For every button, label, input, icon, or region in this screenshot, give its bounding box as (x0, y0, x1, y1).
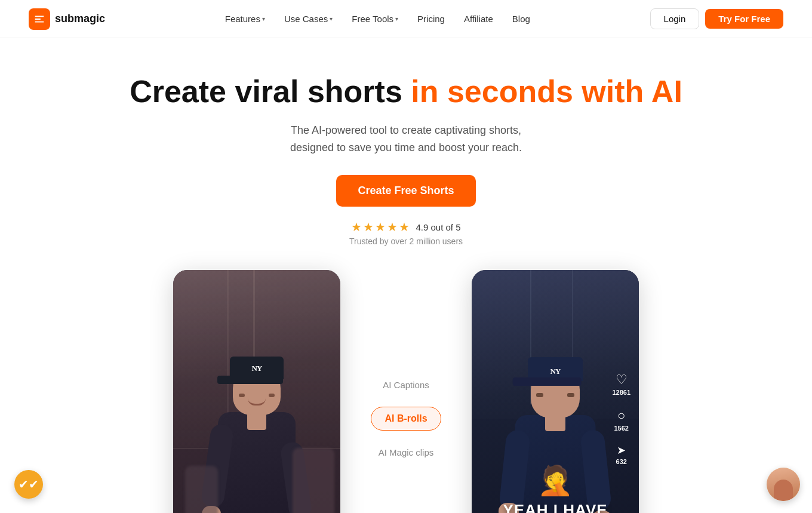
feature-ai-magic-clips[interactable]: AI Magic clips (365, 441, 447, 463)
caption-emoji: 🤦 (472, 464, 639, 497)
chat-widget-button[interactable]: ✔✔ (14, 470, 43, 499)
support-avatar[interactable] (767, 468, 800, 501)
logo-svg (33, 13, 46, 26)
chevron-down-icon: ▾ (395, 16, 398, 22)
rating-trust: Trusted by over 2 million users (14, 236, 798, 246)
hero-subtitle: The AI-powered tool to create captivatin… (14, 122, 798, 156)
rating-value: 4.9 out of 5 (416, 222, 460, 232)
create-free-shorts-button[interactable]: Create Free Shorts (336, 175, 475, 207)
nav-actions: Login Try For Free (650, 8, 783, 29)
nav-affiliate[interactable]: Affiliate (457, 9, 500, 29)
hero-title: Create viral shorts in seconds with AI (14, 74, 798, 110)
nav-use-cases[interactable]: Use Cases ▾ (277, 9, 340, 29)
share-icon: ➤ (617, 444, 626, 457)
demo-section: NY AI Captions AI B-rolls (78, 270, 734, 513)
demo-phone-left: NY (173, 270, 340, 513)
feature-ai-brolls[interactable]: AI B-rolls (371, 407, 441, 431)
demo-features: AI Captions AI B-rolls AI Magic clips (340, 374, 472, 463)
heart-icon: ♡ (616, 372, 628, 388)
nav-blog[interactable]: Blog (505, 9, 537, 29)
chat-checkmark-icon: ✔✔ (19, 477, 39, 492)
navbar: submagic Features ▾ Use Cases ▾ Free Too… (0, 0, 812, 38)
nav-free-tools[interactable]: Free Tools ▾ (345, 9, 405, 29)
demo-phone-right: NY 🤦 YEAH I HAVE ♡ 12861 (472, 270, 639, 513)
caption-text: YEAH I HAVE (503, 501, 607, 513)
chevron-down-icon: ▾ (262, 16, 265, 22)
left-phone-bg: NY (173, 270, 340, 513)
feature-ai-captions[interactable]: AI Captions (370, 374, 442, 396)
stars-icon: ★★★★★ (351, 220, 411, 234)
try-free-button[interactable]: Try For Free (705, 9, 783, 29)
comment-count: ○ 1562 (614, 408, 628, 432)
rating-row: ★★★★★ 4.9 out of 5 (14, 220, 798, 234)
login-button[interactable]: Login (650, 8, 700, 29)
share-count: ➤ 632 (616, 444, 627, 465)
like-count: ♡ 12861 (612, 372, 630, 396)
phone-caption: 🤦 YEAH I HAVE (472, 464, 639, 513)
right-phone-content: NY 🤦 YEAH I HAVE ♡ 12861 (472, 270, 639, 513)
chevron-down-icon: ▾ (330, 16, 333, 22)
nav-features[interactable]: Features ▾ (218, 9, 272, 29)
hero-section: Create viral shorts in seconds with AI T… (0, 38, 812, 270)
logo[interactable]: submagic (29, 8, 105, 30)
social-bar: ♡ 12861 ○ 1562 ➤ 632 (612, 372, 630, 465)
logo-text: submagic (55, 13, 105, 25)
comment-icon: ○ (617, 408, 625, 423)
logo-icon (29, 8, 50, 30)
nav-links: Features ▾ Use Cases ▾ Free Tools ▾ Pric… (218, 9, 537, 29)
nav-pricing[interactable]: Pricing (410, 9, 452, 29)
